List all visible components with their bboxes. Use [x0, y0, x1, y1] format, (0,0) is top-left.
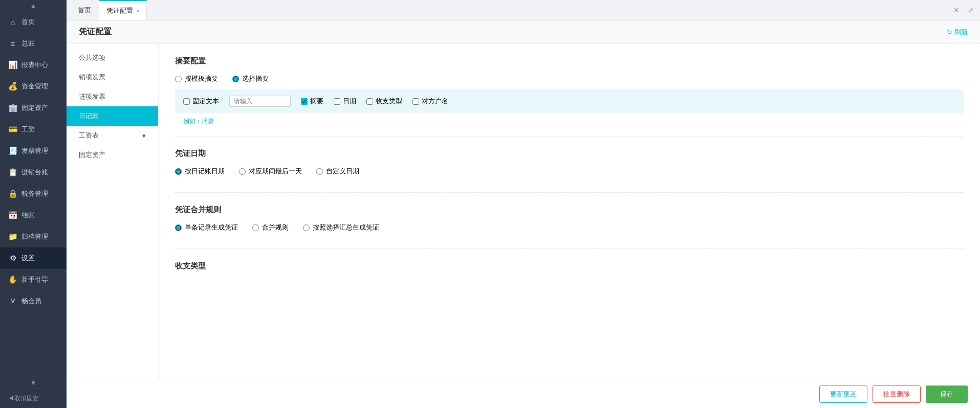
radio-custom-date-input[interactable] [316, 168, 323, 175]
sidebar-item-invoice[interactable]: 🧾 发票管理 [0, 140, 67, 162]
page-header: 凭证配置 ↻ 刷新 [67, 20, 980, 44]
summary-section: 摘要配置 按模板摘要 选择摘要 [175, 44, 964, 137]
tax-icon: 🔒 [8, 189, 17, 198]
summary-checkbox-row: 固定文本 摘要 日期 收支类型 [175, 89, 964, 113]
radio-diary-date-input[interactable] [175, 168, 182, 175]
sidebar-scroll-down[interactable]: ▼ [0, 377, 67, 389]
radio-single-record[interactable]: 单条记录生成凭证 [175, 223, 238, 232]
sidebar-item-assets[interactable]: 🏢 固定资产 [0, 97, 67, 119]
date-radio-group: 按日记账日期 对应期间最后一天 自定义日期 [175, 167, 964, 176]
radio-select-total[interactable]: 按照选择汇总生成凭证 [303, 223, 379, 232]
content-area: 凭证配置 ↻ 刷新 公共选项 销项发票 进项发票 日记账 [67, 20, 980, 408]
sidebar-item-payroll[interactable]: 💳 工资 [0, 119, 67, 140]
window-close-icon[interactable]: ✕ [951, 4, 962, 16]
checkbox-date-input[interactable] [334, 98, 340, 105]
summary-title: 摘要配置 [175, 56, 964, 66]
checkbox-fixed-text-input[interactable] [183, 98, 190, 105]
tab-voucher-config[interactable]: 凭证配置 × [99, 0, 147, 20]
fixed-text-input[interactable] [229, 96, 291, 107]
invoice-icon: 🧾 [8, 146, 17, 155]
radio-last-day-input[interactable] [239, 168, 246, 175]
settings-icon: ⚙ [8, 254, 17, 263]
sidebar-item-vip[interactable]: V 畅会员 [0, 290, 67, 312]
radio-single-record-input[interactable] [175, 224, 182, 231]
nav-item-purchase-invoice[interactable]: 进项发票 [67, 87, 158, 106]
sidebar-item-report[interactable]: 📊 报表中心 [0, 54, 67, 76]
ledger-icon: ≡ [8, 39, 17, 48]
nav-item-diary[interactable]: 日记账 [67, 106, 158, 126]
income-type-title: 收支类型 [175, 261, 964, 271]
merge-radio-group: 单条记录生成凭证 合并规则 按照选择汇总生成凭证 [175, 223, 964, 232]
checkbox-summary-input[interactable] [301, 98, 308, 105]
sidebar-item-tax[interactable]: 🔒 税务管理 [0, 183, 67, 205]
income-type-section: 收支类型 [175, 249, 964, 289]
checkbox-income-type[interactable]: 收支类型 [366, 97, 402, 106]
sidebar-item-archive[interactable]: 📁 归档管理 [0, 226, 67, 247]
merge-section: 凭证合并规则 单条记录生成凭证 合并规则 按照选择汇总生成凭证 [175, 193, 964, 249]
layout: 公共选项 销项发票 进项发票 日记账 工资表 ▾ 固定资产 [67, 44, 980, 408]
guide-icon: ✋ [8, 275, 17, 284]
refresh-icon: ↻ [947, 28, 952, 36]
payroll-icon: 💳 [8, 125, 17, 134]
example-text: 例如：摘要 [175, 117, 964, 126]
nav-item-fixed-assets[interactable]: 固定资产 [67, 145, 158, 165]
date-section: 凭证日期 按日记账日期 对应期间最后一天 自定义日期 [175, 137, 964, 193]
nav-item-payroll-table[interactable]: 工资表 ▾ [67, 126, 158, 145]
sidebar-item-ledger[interactable]: ≡ 总账 [0, 33, 67, 54]
close-account-icon: 📅 [8, 211, 17, 220]
left-nav: 公共选项 销项发票 进项发票 日记账 工资表 ▾ 固定资产 [67, 44, 159, 408]
batch-delete-button[interactable]: 批量删除 [873, 386, 921, 403]
sidebar-item-purchasesales[interactable]: 📋 进销台账 [0, 162, 67, 183]
nav-item-sales-invoice[interactable]: 销项发票 [67, 67, 158, 87]
sidebar-item-home[interactable]: ⌂ 首页 [0, 11, 67, 33]
report-icon: 📊 [8, 60, 17, 70]
checkbox-summary[interactable]: 摘要 [301, 97, 323, 106]
tab-bar: 首页 凭证配置 × ✕ ⤢ [67, 0, 980, 20]
tab-home[interactable]: 首页 [71, 0, 99, 20]
refresh-button[interactable]: ↻ 刷新 [947, 28, 968, 37]
archive-icon: 📁 [8, 232, 17, 241]
radio-merge-rule-input[interactable] [252, 224, 259, 231]
radio-select-total-input[interactable] [303, 224, 310, 231]
checkbox-income-type-input[interactable] [366, 98, 373, 105]
radio-custom-date[interactable]: 自定义日期 [316, 167, 359, 176]
funds-icon: 💰 [8, 82, 17, 91]
window-restore-icon[interactable]: ⤢ [966, 4, 976, 16]
nav-item-public[interactable]: 公共选项 [67, 48, 158, 67]
radio-select-summary[interactable]: 选择摘要 [232, 74, 269, 83]
sidebar-item-funds[interactable]: 💰 资金管理 [0, 76, 67, 97]
chevron-down-icon: ▾ [142, 132, 146, 140]
sidebar-scroll-up[interactable]: ▲ [0, 0, 67, 11]
sidebar-unpin[interactable]: ◀取消固定 [0, 389, 67, 408]
radio-diary-date[interactable]: 按日记账日期 [175, 167, 225, 176]
home-icon: ⌂ [8, 18, 17, 27]
summary-radio-group: 按模板摘要 选择摘要 [175, 74, 964, 83]
radio-template-summary[interactable]: 按模板摘要 [175, 74, 218, 83]
update-preview-button[interactable]: 更新预置 [819, 386, 867, 403]
vip-icon: V [8, 298, 17, 305]
bottom-bar: 更新预置 批量删除 保存 [67, 380, 980, 408]
tab-bar-right: ✕ ⤢ [951, 4, 976, 16]
radio-template-summary-input[interactable] [175, 76, 182, 82]
checkbox-counterpart[interactable]: 对方户名 [412, 97, 448, 106]
checkbox-counterpart-input[interactable] [412, 98, 419, 105]
checkbox-fixed-text[interactable]: 固定文本 [183, 97, 219, 106]
right-content: 摘要配置 按模板摘要 选择摘要 [159, 44, 980, 408]
radio-merge-rule[interactable]: 合并规则 [252, 223, 289, 232]
radio-last-day[interactable]: 对应期间最后一天 [239, 167, 302, 176]
sidebar-item-close[interactable]: 📅 结账 [0, 205, 67, 226]
page-title: 凭证配置 [79, 27, 112, 37]
save-button[interactable]: 保存 [926, 386, 968, 403]
purchasesales-icon: 📋 [8, 168, 17, 177]
merge-title: 凭证合并规则 [175, 205, 964, 215]
date-title: 凭证日期 [175, 149, 964, 158]
main-area: 首页 凭证配置 × ✕ ⤢ 凭证配置 ↻ 刷新 公共选项 [67, 0, 980, 408]
assets-icon: 🏢 [8, 103, 17, 112]
radio-select-summary-input[interactable] [232, 76, 239, 82]
sidebar-nav: ⌂ 首页 ≡ 总账 📊 报表中心 💰 资金管理 🏢 固定资产 💳 工资 🧾 发票… [0, 11, 67, 377]
sidebar: ▲ ⌂ 首页 ≡ 总账 📊 报表中心 💰 资金管理 🏢 固定资产 💳 工资 🧾 … [0, 0, 67, 408]
tab-close-icon[interactable]: × [136, 8, 139, 14]
sidebar-item-guide[interactable]: ✋ 新手引导 [0, 269, 67, 290]
sidebar-item-settings[interactable]: ⚙ 设置 [0, 247, 67, 269]
checkbox-date[interactable]: 日期 [334, 97, 356, 106]
